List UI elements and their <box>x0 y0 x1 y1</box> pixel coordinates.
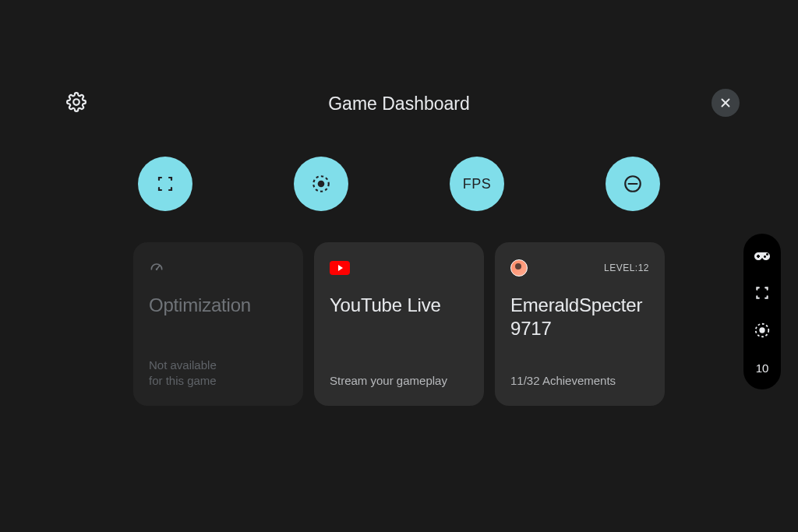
side-dock: 10 <box>743 234 781 389</box>
controller-icon <box>753 246 772 265</box>
close-button[interactable] <box>711 89 740 117</box>
quick-actions-row: FPS <box>0 138 798 242</box>
cards-row: Optimization Not available for this game… <box>0 242 798 406</box>
achievements-text: 11/32 Achievements <box>510 373 649 389</box>
youtube-live-card[interactable]: YouTube Live Stream your gameplay <box>314 242 484 406</box>
profile-card[interactable]: LEVEL:12 EmeraldSpecter9717 11/32 Achiev… <box>495 242 665 406</box>
fps-label: FPS <box>463 176 492 192</box>
header: Game Dashboard <box>0 0 798 138</box>
record-icon <box>754 322 771 339</box>
screenshot-icon <box>754 285 770 301</box>
settings-button[interactable] <box>66 92 87 112</box>
svg-point-4 <box>156 268 158 270</box>
close-icon <box>719 96 733 110</box>
svg-point-6 <box>759 327 764 333</box>
dnd-button[interactable] <box>606 157 660 211</box>
card-title: YouTube Live <box>330 294 468 317</box>
youtube-icon <box>330 261 350 275</box>
card-subtitle: Stream your gameplay <box>330 373 468 389</box>
card-header <box>149 259 288 277</box>
dock-count-label: 10 <box>756 361 769 375</box>
card-subtitle: Not available for this game <box>149 358 288 389</box>
record-button[interactable] <box>294 157 348 211</box>
record-icon <box>311 174 331 194</box>
dnd-icon <box>623 174 643 194</box>
avatar <box>510 259 528 277</box>
dock-controller-button[interactable] <box>753 246 772 265</box>
gear-icon <box>66 92 87 112</box>
card-header <box>330 259 468 277</box>
screenshot-icon <box>156 174 175 193</box>
card-header: LEVEL:12 <box>510 259 649 277</box>
dock-record-button[interactable] <box>753 321 772 340</box>
dock-count[interactable]: 10 <box>753 358 772 377</box>
level-badge: LEVEL:12 <box>604 262 649 273</box>
dock-screenshot-button[interactable] <box>753 284 772 302</box>
card-title: Optimization <box>149 294 288 317</box>
page-title: Game Dashboard <box>328 93 470 115</box>
fps-button[interactable]: FPS <box>450 157 504 211</box>
screenshot-button[interactable] <box>138 157 192 211</box>
username: EmeraldSpecter9717 <box>510 294 649 340</box>
optimization-card[interactable]: Optimization Not available for this game <box>133 242 303 406</box>
svg-point-1 <box>318 181 325 188</box>
speed-icon <box>149 260 164 276</box>
